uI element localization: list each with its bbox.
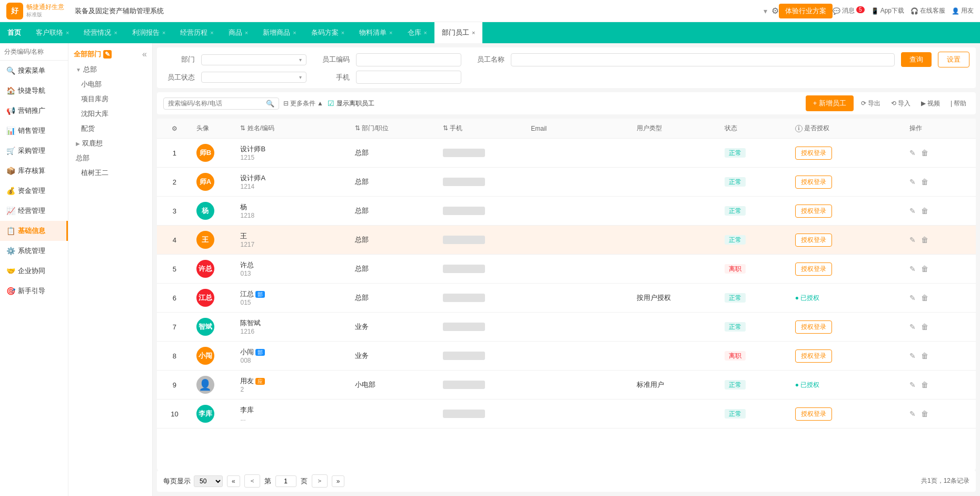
- trial-button[interactable]: 体验行业方案: [779, 4, 833, 18]
- delete-icon[interactable]: 🗑: [921, 265, 928, 273]
- app-download-button[interactable]: 📱 App下载: [871, 6, 904, 15]
- dept-node-xiaodian[interactable]: 小电部: [68, 77, 152, 92]
- import-button[interactable]: ⟲ 导入: [888, 97, 914, 110]
- sidebar-item-quick-nav[interactable]: 🏠 快捷导航: [0, 81, 68, 101]
- more-filter-button[interactable]: ⊟ 更多条件 ▲: [283, 99, 323, 108]
- last-page-button[interactable]: »: [332, 475, 345, 487]
- edit-icon[interactable]: ✎: [909, 149, 916, 157]
- nav-tab-home[interactable]: 首页: [0, 22, 28, 43]
- close-goods-tab[interactable]: ×: [245, 30, 248, 36]
- edit-icon[interactable]: ✎: [909, 294, 916, 302]
- dept-node-distribution[interactable]: 配货: [68, 121, 152, 136]
- dept-filter-select[interactable]: ▾: [201, 54, 306, 65]
- auth-button[interactable]: 授权登录: [795, 176, 832, 189]
- nav-tab-goods[interactable]: 商品 ×: [221, 22, 255, 43]
- sidebar-item-system[interactable]: ⚙️ 系统管理: [0, 241, 68, 261]
- close-history-tab[interactable]: ×: [210, 30, 213, 36]
- sidebar-item-purchase[interactable]: 🛒 采购管理: [0, 141, 68, 161]
- sidebar-item-sales[interactable]: 📊 销售管理: [0, 121, 68, 141]
- nav-tab-employee[interactable]: 部门员工 ×: [434, 22, 482, 43]
- dept-edit-icon[interactable]: ✎: [103, 50, 112, 59]
- sidebar-item-finance[interactable]: 💰 资金管理: [0, 181, 68, 201]
- user-button[interactable]: 👤 用友: [952, 6, 974, 15]
- delete-icon[interactable]: 🗑: [921, 207, 928, 215]
- status-filter-select[interactable]: ▾: [201, 72, 306, 83]
- edit-icon[interactable]: ✎: [909, 352, 916, 360]
- sidebar-search-input[interactable]: [4, 48, 68, 55]
- sidebar-item-management[interactable]: 📈 经营管理: [0, 201, 68, 221]
- online-service-button[interactable]: 🎧 在线客服: [910, 6, 945, 15]
- next-page-button[interactable]: ＞: [312, 474, 328, 488]
- edit-icon[interactable]: ✎: [909, 323, 916, 331]
- nav-tab-new-goods[interactable]: 新增商品 ×: [255, 22, 303, 43]
- dept-node-shuanglu[interactable]: ▶ 双鹿想: [68, 136, 152, 151]
- close-barcode-tab[interactable]: ×: [341, 30, 344, 36]
- auth-button[interactable]: 授权登录: [795, 147, 832, 160]
- first-page-button[interactable]: «: [227, 475, 240, 487]
- sidebar-item-marketing[interactable]: 📢 营销推广: [0, 101, 68, 121]
- settings-icon[interactable]: ⚙: [771, 6, 779, 16]
- query-button[interactable]: 查询: [901, 52, 932, 67]
- dept-node-project[interactable]: 项目库房: [68, 92, 152, 106]
- delete-icon[interactable]: 🗑: [921, 381, 928, 389]
- sidebar-item-search[interactable]: 🔍 搜索菜单: [0, 61, 68, 81]
- edit-icon[interactable]: ✎: [909, 381, 916, 389]
- auth-button[interactable]: 授权登录: [795, 407, 832, 421]
- nav-tab-operation[interactable]: 经营情况 ×: [76, 22, 124, 43]
- edit-icon[interactable]: ✎: [909, 207, 916, 215]
- auth-button[interactable]: 授权登录: [795, 262, 832, 276]
- settings-col-icon[interactable]: ⚙: [172, 125, 177, 132]
- nav-tab-warehouse[interactable]: 仓库 ×: [400, 22, 434, 43]
- nav-tab-bom[interactable]: 物料清单 ×: [352, 22, 400, 43]
- sidebar-item-basic-info[interactable]: 📋 基础信息: [0, 221, 68, 241]
- edit-icon[interactable]: ✎: [909, 236, 916, 244]
- phone-input[interactable]: [356, 71, 461, 84]
- toolbar-search-icon[interactable]: 🔍: [266, 100, 274, 108]
- employee-name-input[interactable]: [511, 53, 895, 66]
- nav-tab-history[interactable]: 经营历程 ×: [173, 22, 221, 43]
- sidebar-item-guide[interactable]: 🎯 新手引导: [0, 281, 68, 301]
- delete-icon[interactable]: 🗑: [921, 294, 928, 302]
- delete-icon[interactable]: 🗑: [921, 236, 928, 244]
- view-button[interactable]: ▶ 视频: [918, 97, 943, 110]
- employee-code-input[interactable]: [356, 53, 461, 66]
- close-customer-tab[interactable]: ×: [66, 30, 69, 36]
- page-input[interactable]: [275, 475, 296, 487]
- close-warehouse-tab[interactable]: ×: [424, 30, 427, 36]
- set-button[interactable]: 设置: [938, 52, 969, 67]
- auth-button[interactable]: 授权登录: [795, 234, 832, 247]
- delete-icon[interactable]: 🗑: [921, 410, 928, 418]
- close-employee-tab[interactable]: ×: [472, 30, 475, 36]
- edit-icon[interactable]: ✎: [909, 265, 916, 273]
- close-operation-tab[interactable]: ×: [114, 30, 117, 36]
- close-new-goods-tab[interactable]: ×: [293, 30, 296, 36]
- nav-tab-barcode[interactable]: 条码方案 ×: [304, 22, 352, 43]
- dept-node-zhishu[interactable]: 植树王二: [68, 166, 152, 180]
- nav-tab-profit[interactable]: 利润报告 ×: [125, 22, 173, 43]
- export-button[interactable]: ⟳ 导出: [858, 97, 884, 110]
- auth-info-icon[interactable]: ℹ: [795, 125, 803, 132]
- message-button[interactable]: 💬 消息 5: [833, 6, 865, 15]
- auth-button[interactable]: 授权登录: [795, 349, 832, 363]
- delete-icon[interactable]: 🗑: [921, 149, 928, 157]
- edit-icon[interactable]: ✎: [909, 410, 916, 418]
- prev-page-button[interactable]: ＜: [244, 474, 260, 488]
- toolbar-search-input[interactable]: [168, 100, 266, 107]
- close-profit-tab[interactable]: ×: [162, 30, 165, 36]
- show-resigned-checkbox[interactable]: ☑ 显示离职员工: [328, 99, 374, 108]
- dept-node-headquarter[interactable]: ▼ 总部: [68, 62, 152, 77]
- per-page-select[interactable]: 50 20 100: [194, 475, 223, 487]
- auth-button[interactable]: 授权登录: [795, 205, 832, 218]
- dept-node-headquarter2[interactable]: 总部: [68, 151, 152, 166]
- dept-node-shenyang[interactable]: 沈阳大库: [68, 106, 152, 121]
- edit-icon[interactable]: ✎: [909, 178, 916, 186]
- nav-tab-customer[interactable]: 客户联络 ×: [28, 22, 76, 43]
- close-bom-tab[interactable]: ×: [389, 30, 392, 36]
- dept-tree-collapse-icon[interactable]: «: [142, 50, 147, 59]
- add-employee-button[interactable]: + 新增员工: [806, 95, 854, 111]
- auth-button[interactable]: 授权登录: [795, 320, 832, 334]
- delete-icon[interactable]: 🗑: [921, 323, 928, 331]
- delete-icon[interactable]: 🗑: [921, 178, 928, 186]
- system-dropdown-icon[interactable]: ▾: [764, 7, 767, 15]
- delete-icon[interactable]: 🗑: [921, 352, 928, 360]
